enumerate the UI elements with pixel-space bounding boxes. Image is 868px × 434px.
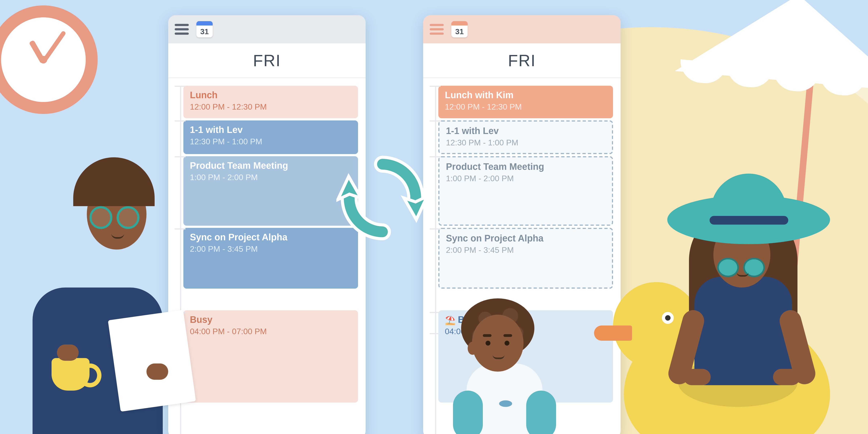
event-time: 12:00 PM - 12:30 PM (445, 102, 607, 111)
event-lunch[interactable]: Lunch 12:00 PM - 12:30 PM (183, 86, 358, 118)
app-topbar: 31 (423, 15, 621, 43)
illustration-person-work (11, 147, 195, 434)
event-time: 12:30 PM - 1:00 PM (446, 138, 606, 147)
event-busy-block[interactable]: Busy 04:00 PM - 07:00 PM (183, 310, 358, 403)
app-topbar: 31 (168, 15, 366, 43)
illustration-person-beach (624, 125, 857, 434)
day-label: FRI (168, 43, 366, 78)
event-title: Lunch (190, 90, 351, 101)
event-project-sync[interactable]: Sync on Project Alpha 2:00 PM - 3:45 PM (183, 228, 358, 289)
event-time: 1:00 PM - 2:00 PM (446, 174, 606, 183)
event-synced-sync[interactable]: Sync on Project Alpha 2:00 PM - 3:45 PM (438, 228, 613, 289)
mug-icon (52, 358, 90, 391)
event-title: Product Team Meeting (446, 162, 606, 173)
event-synced-product[interactable]: Product Team Meeting 1:00 PM - 2:00 PM (438, 156, 613, 226)
paper-icon (108, 310, 196, 411)
event-title: Busy (190, 315, 351, 326)
event-time: 2:00 PM - 3:45 PM (446, 245, 606, 254)
arm-float-icon (526, 391, 556, 434)
agenda-work: Lunch 12:00 PM - 12:30 PM 1-1 with Lev 1… (168, 78, 366, 434)
event-product-meeting[interactable]: Product Team Meeting 1:00 PM - 2:00 PM (183, 156, 358, 226)
event-synced-1on1[interactable]: 1-1 with Lev 12:30 PM - 1:00 PM (438, 120, 613, 154)
event-lunch[interactable]: Lunch with Kim 12:00 PM - 12:30 PM (438, 86, 613, 118)
event-time: 2:00 PM - 3:45 PM (190, 244, 351, 253)
event-time: 12:00 PM - 12:30 PM (190, 102, 351, 111)
event-title: Sync on Project Alpha (190, 232, 351, 243)
arm-float-icon (453, 391, 483, 434)
event-1on1[interactable]: 1-1 with Lev 12:30 PM - 1:00 PM (183, 120, 358, 154)
event-time: 04:00 PM - 07:00 PM (190, 327, 351, 336)
event-title: 1-1 with Lev (446, 126, 606, 137)
day-label: FRI (423, 43, 621, 78)
event-time: 1:00 PM - 2:00 PM (190, 173, 351, 182)
menu-icon[interactable] (175, 24, 189, 35)
menu-icon[interactable] (430, 24, 444, 35)
phone-work-calendar: 31 FRI Lunch 12:00 PM - 12:30 PM 1-1 wit… (168, 15, 366, 434)
event-title: Lunch with Kim (445, 90, 607, 101)
calendar-app-icon[interactable]: 31 (452, 21, 468, 37)
sync-arrows-icon (336, 152, 429, 244)
event-title: 1-1 with Lev (190, 125, 351, 135)
event-time: 12:30 PM - 1:00 PM (190, 137, 351, 146)
calendar-app-icon[interactable]: 31 (196, 21, 213, 37)
event-title: Sync on Project Alpha (446, 233, 606, 244)
illustration-child (423, 298, 564, 434)
event-title: Product Team Meeting (190, 161, 351, 172)
